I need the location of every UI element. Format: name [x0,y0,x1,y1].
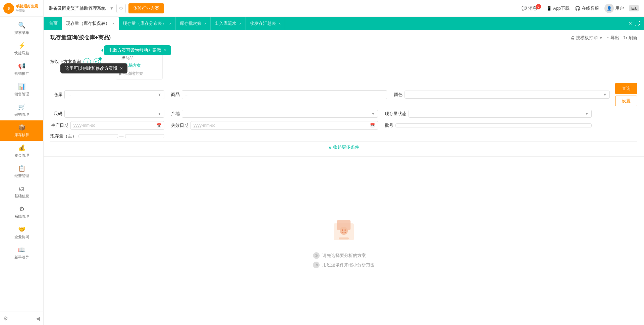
color-label: 颜色 [394,92,402,98]
page-title: 现存量查询(按仓库+商品) [50,34,111,41]
app-download-label: App下载 [553,5,570,11]
message-button[interactable]: 💬 消息 6 [522,5,541,11]
tab-summary-close[interactable]: × [279,21,281,25]
quicknav-icon: ⚡ [18,42,25,49]
warehouse-select[interactable]: ··· ▼ [64,90,164,99]
sidebar-item-sales[interactable]: 📊 销售管理 [0,79,43,100]
size-select[interactable]: ▼ [64,110,164,118]
sidebar-item-base[interactable]: 🗂 基础信息 [0,182,43,202]
reset-button[interactable]: 设置 [615,96,637,106]
tip-num-1: ① [313,252,320,259]
tab-summary-label: 收发存汇总表 [250,20,276,26]
search-icon: 🔍 [18,21,25,29]
top-bar-left: 装备及固定资产辅助管理系统 ▼ ⚙ 体验行业方案 [49,3,164,13]
settings-button[interactable]: ⚙ [116,4,126,13]
sidebar-label-system: 系统管理 [14,214,29,219]
sidebar-item-guide[interactable]: 📖 新手引导 [0,243,43,263]
tab-stock-status-close[interactable]: × [112,21,114,25]
collapse-label: 收起更多条件 [333,144,359,150]
production-date-input[interactable]: yyyy-mm-dd 📅 [70,121,164,130]
sidebar-label-search: 搜索菜单 [14,30,29,35]
tab-home[interactable]: 首页 [45,17,62,30]
sidebar-item-operations[interactable]: 📋 经营管理 [0,161,43,182]
tab-stock-dist-label: 现存量（库存分布表） [123,20,166,26]
home-tab-label: 首页 [49,20,58,26]
batch-input[interactable] [395,123,592,127]
finance-icon: 💰 [18,144,25,152]
sidebar: 6 畅捷通好生意 标准版 🔍 搜索菜单 ⚡ 快捷导航 📢 营销推广 📊 销 [0,0,44,325]
sidebar-item-quicknav[interactable]: ⚡ 快捷导航 [0,39,43,59]
tab-flow-close[interactable]: × [239,21,241,25]
collapse-button[interactable]: ∧ 收起更多条件 [50,141,637,153]
sidebar-item-purchase[interactable]: 🛒 采购管理 [0,100,43,120]
empty-tip-1: ① 请先选择要分析的方案 [313,252,375,259]
goods-dots: ··· [185,92,189,97]
tab-stock-status[interactable]: 现存量（库存状况表） × [62,17,119,30]
expiry-date-label: 失效日期 [171,122,189,128]
sidebar-label-enterprise: 企业协同 [14,234,29,239]
sidebar-item-system[interactable]: ⚙ 系统管理 [0,202,43,222]
sidebar-label-base: 基础信息 [14,194,29,199]
system-dropdown-icon[interactable]: ▼ [110,6,114,11]
tab-batch[interactable]: 库存批次账 × [176,17,211,30]
user-menu[interactable]: 👤 用户 [604,4,624,13]
app-download-button[interactable]: 📱 App下载 [546,5,570,11]
scheme-tooltip: 电脑方案可设为移动方案哦 × [104,45,171,55]
industry-button[interactable]: 体验行业方案 [128,3,164,13]
origin-dropdown-icon: ▼ [371,112,375,116]
expiry-date-input[interactable]: yyyy-mm-dd 📅 [191,121,378,130]
tab-flow[interactable]: 出入库流水 × [211,17,246,30]
online-service-button[interactable]: 🎧 在线客服 [575,5,599,11]
sidebar-item-inventory[interactable]: 📦 库存核算 [0,120,43,141]
export-button[interactable]: ↑ 导出 [607,35,619,41]
goods-select[interactable]: ··· [182,90,387,99]
sidebar-item-marketing[interactable]: 📢 营销推广 [0,59,43,79]
message-badge: 6 [536,4,541,9]
batch-field: 批号 [385,122,592,128]
stock-main-min[interactable] [78,134,118,138]
scheme-tooltip-close[interactable]: × [164,48,166,53]
system-icon: ⚙ [19,205,24,213]
print-icon: 🖨 [570,35,575,41]
collapse-sidebar-icon[interactable]: ◀ [36,315,40,322]
gear-icon: ⚙ [119,6,123,11]
print-button[interactable]: 🖨 按模板打印 ▼ [570,35,603,41]
tab-stock-dist-close[interactable]: × [169,21,171,25]
sidebar-label-marketing: 营销推广 [14,71,29,76]
tab-fullscreen-icon[interactable]: ⛶ [635,20,640,26]
system-name: 装备及固定资产辅助管理系统 [49,5,106,11]
origin-label: 产地 [171,111,180,117]
stock-status-select[interactable]: ▼ [409,110,592,118]
sidebar-item-search[interactable]: 🔍 搜索菜单 [0,18,43,39]
top-bar: 装备及固定资产辅助管理系统 ▼ ⚙ 体验行业方案 💬 消息 6 📱 App下载 [44,0,644,17]
stock-main-sep: — [119,134,124,139]
goods-label: 商品 [171,92,180,98]
tab-batch-close[interactable]: × [204,21,206,25]
tab-close-all-icon[interactable]: × [629,20,632,26]
search-button[interactable]: 查询 [615,83,637,94]
production-date-field: 生产日期 yyyy-mm-dd 📅 [50,121,164,130]
settings-bottom-icon[interactable]: ⚙ [3,315,8,322]
sidebar-label-quicknav: 快捷导航 [14,51,29,56]
origin-select[interactable]: ▼ [182,110,378,118]
empty-state: ① 请先选择要分析的方案 ② 用过滤条件来缩小分析范围 [44,157,644,325]
refresh-button[interactable]: ↻ 刷新 [623,35,637,41]
main-area: 装备及固定资产辅助管理系统 ▼ ⚙ 体验行业方案 💬 消息 6 📱 App下载 [44,0,644,325]
logo-badge: 标准版 [16,8,38,13]
service-icon: 🎧 [575,6,580,11]
sidebar-item-finance[interactable]: 💰 资金管理 [0,141,43,161]
sidebar-label-inventory: 库存核算 [14,132,29,138]
empty-illustration [327,213,361,247]
sidebar-item-enterprise[interactable]: 🤝 企业协同 [0,222,43,243]
filter-row-2: 尺码 ▼ 产地 ▼ [50,110,637,118]
marketing-icon: 📢 [18,62,25,70]
tab-summary[interactable]: 收发存汇总表 × [246,17,285,30]
export-icon: ↑ [607,35,609,41]
inventory-icon: 📦 [18,124,25,131]
create-tooltip-close[interactable]: × [120,66,123,71]
tab-stock-dist[interactable]: 现存量（库存分布表） × [119,17,175,30]
stock-main-max[interactable] [125,134,165,138]
color-select[interactable]: ▼ [405,91,610,99]
filter-rows: 仓库 ··· ▼ 商品 ··· [50,83,637,139]
expiry-date-field: 失效日期 yyyy-mm-dd 📅 [171,121,378,130]
